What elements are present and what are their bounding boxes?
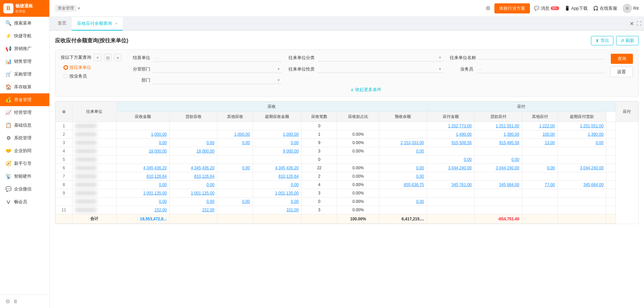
scheme-add-btn[interactable]: + — [94, 54, 101, 61]
cell-link[interactable]: 810,126.64 — [194, 174, 214, 179]
unitname-input[interactable] — [479, 56, 605, 59]
cell-link[interactable]: 101.00 — [286, 208, 299, 212]
cell-link[interactable]: 1,001,135.00 — [275, 191, 299, 195]
setting-button[interactable]: 设置 — [610, 67, 633, 77]
cell-link[interactable]: 1,001,135.00 — [191, 191, 214, 195]
settlement-input[interactable]: ··· — [153, 54, 282, 62]
sidebar-item-4[interactable]: 🛒采购管理 — [0, 68, 49, 81]
notification-item[interactable]: 💬 消息 99+ — [534, 5, 559, 11]
cell-link[interactable]: 3,044,240.00 — [496, 166, 519, 170]
cell-link[interactable]: 0.00 — [159, 140, 167, 145]
refresh-button[interactable]: ↺ 刷新 — [616, 36, 639, 45]
sidebar-item-9[interactable]: ⚙系统管理 — [0, 132, 49, 144]
cell-link[interactable]: 0.00 — [207, 199, 214, 204]
sidebar-item-8[interactable]: 📋基础信息 — [0, 119, 49, 132]
breadcrumb-dropdown[interactable]: ▾ — [78, 6, 80, 11]
cell-link[interactable]: 4,345,436.20 — [275, 166, 299, 170]
subdept-dropdown[interactable]: ▾ — [153, 77, 282, 84]
salesperson-input[interactable]: ··· — [476, 65, 605, 73]
cell-link[interactable]: 152.00 — [154, 208, 167, 212]
cell-link[interactable]: 1,000.00 — [234, 132, 250, 137]
sidebar-item-6[interactable]: 💰资金管理 — [0, 93, 49, 106]
cell-link[interactable]: 0.00 — [416, 166, 424, 170]
tab-bar-expand-icon[interactable]: ⛶ — [637, 21, 641, 26]
cell-link[interactable]: 2,153,333.00 — [400, 140, 424, 145]
cell-link[interactable]: 1,251,551.00 — [496, 124, 519, 128]
cell-link[interactable]: 4,345,436.20 — [191, 166, 214, 170]
header-gear-icon[interactable]: ⚙ — [486, 5, 490, 11]
cell-link[interactable]: 0.00 — [159, 182, 167, 187]
tab-home[interactable]: 首页 — [52, 17, 72, 30]
user-profile[interactable]: R Rit — [623, 4, 639, 13]
cell-link[interactable]: 13.00 — [545, 140, 555, 145]
cell-link[interactable]: 1,490.00 — [456, 132, 472, 137]
cell-link[interactable]: 0.00 — [207, 140, 214, 145]
cell-link[interactable]: 0.00 — [242, 166, 250, 170]
cell-link[interactable]: 0.00 — [207, 182, 214, 187]
sidebar-item-2[interactable]: 📢营销推广 — [0, 42, 49, 55]
collapse-button[interactable]: ∧ 收起更多条件 — [127, 87, 605, 93]
query-button[interactable]: 查询 — [611, 54, 633, 64]
cell-link[interactable]: 345,684.00 — [499, 182, 519, 187]
sidebar-item-14[interactable]: V畅会员 — [0, 195, 49, 208]
cell-link[interactable]: 0.00 — [596, 140, 603, 145]
cell-link[interactable]: 0.00 — [416, 199, 424, 204]
table-gear-icon[interactable]: ⚙ — [62, 109, 66, 114]
sidebar-item-3[interactable]: 📊销售管理 — [0, 55, 49, 68]
scheme-option-salesperson[interactable]: 按业务员 — [63, 73, 121, 79]
sidebar-item-5[interactable]: 🏠库存核算 — [0, 81, 49, 93]
tab-bar-close-icon[interactable]: ✕ — [630, 20, 634, 27]
cell-link[interactable]: 810,126.64 — [147, 174, 167, 179]
cell-link[interactable]: 0.00 — [416, 174, 424, 179]
scheme-settings-btn[interactable]: ◎ — [104, 54, 111, 61]
trial-button[interactable]: 体验行业方案 — [494, 3, 530, 13]
nature-dropdown[interactable]: ▾ — [317, 65, 443, 73]
cell-link[interactable]: 915,495.56 — [499, 140, 519, 145]
collapse-bottom-icon[interactable]: ⏸ — [13, 299, 18, 305]
cell-link[interactable]: 345,761.00 — [451, 182, 472, 187]
app-download-item[interactable]: 📱 App下载 — [565, 5, 588, 11]
online-service-item[interactable]: 🎧 在线客服 — [593, 5, 617, 11]
cell-link[interactable]: 0.00 — [416, 149, 424, 153]
col-settings[interactable]: ⚙ — [56, 102, 72, 122]
cell-link[interactable]: 655,636.75 — [404, 182, 424, 187]
cell-link[interactable]: 1,390.00 — [588, 132, 604, 137]
cell-link[interactable]: 77.00 — [545, 182, 555, 187]
cell-link[interactable]: 9,000.00 — [283, 149, 299, 153]
cell-link[interactable]: 1,252,773.00 — [448, 124, 472, 128]
sidebar-item-1[interactable]: ⚡快捷导航 — [0, 30, 49, 42]
cell-link[interactable]: 100.00 — [542, 132, 555, 137]
category-dropdown[interactable]: ▾ — [317, 54, 443, 61]
cell-link[interactable]: 0.00 — [242, 140, 250, 145]
cell-link[interactable]: 1,222.00 — [539, 124, 555, 128]
cell-link[interactable]: 3,044,240.00 — [580, 166, 603, 170]
dept-dropdown[interactable]: ▾ — [153, 65, 282, 73]
sidebar-item-7[interactable]: 📈经营管理 — [0, 106, 49, 119]
cell-link[interactable]: 810,126.64 — [278, 174, 299, 179]
cell-link[interactable]: 18,000.00 — [149, 149, 167, 153]
cell-link[interactable]: 345,684.00 — [583, 182, 603, 187]
cell-link[interactable]: 0.00 — [547, 166, 555, 170]
tab-query[interactable]: 应收应付余额查询 × — [72, 17, 123, 31]
settings-bottom-icon[interactable]: ⚙ — [5, 298, 10, 305]
cell-link[interactable]: 0.00 — [291, 182, 299, 187]
cell-link[interactable]: 0.00 — [512, 157, 519, 162]
sidebar-item-10[interactable]: 🤝企业协同 — [0, 144, 49, 157]
cell-link[interactable]: 1,000.00 — [283, 132, 299, 137]
cell-link[interactable]: 0.00 — [291, 199, 299, 204]
cell-link[interactable]: 915,508.56 — [451, 140, 472, 145]
sidebar-item-11[interactable]: 🧭新手引导 — [0, 157, 49, 170]
scheme-collapse-btn[interactable]: « — [114, 54, 121, 61]
cell-link[interactable]: 0.00 — [291, 140, 299, 145]
cell-link[interactable]: 0.00 — [242, 199, 250, 204]
cell-link[interactable]: 1,001,135.00 — [143, 191, 167, 195]
cell-link[interactable]: 152.00 — [202, 208, 214, 212]
cell-link[interactable]: 18,000.00 — [197, 149, 214, 153]
scheme-option-unit[interactable]: 按往来单位 — [63, 64, 121, 71]
sidebar-item-12[interactable]: 📡智能硬件 — [0, 170, 49, 183]
cell-link[interactable]: 1,000.00 — [151, 132, 167, 137]
cell-link[interactable]: 1,390.00 — [503, 132, 519, 137]
tab-query-close[interactable]: × — [115, 21, 117, 26]
export-button[interactable]: ⬆ 导出 — [591, 36, 613, 45]
cell-link[interactable]: 4,345,436.20 — [143, 166, 167, 170]
